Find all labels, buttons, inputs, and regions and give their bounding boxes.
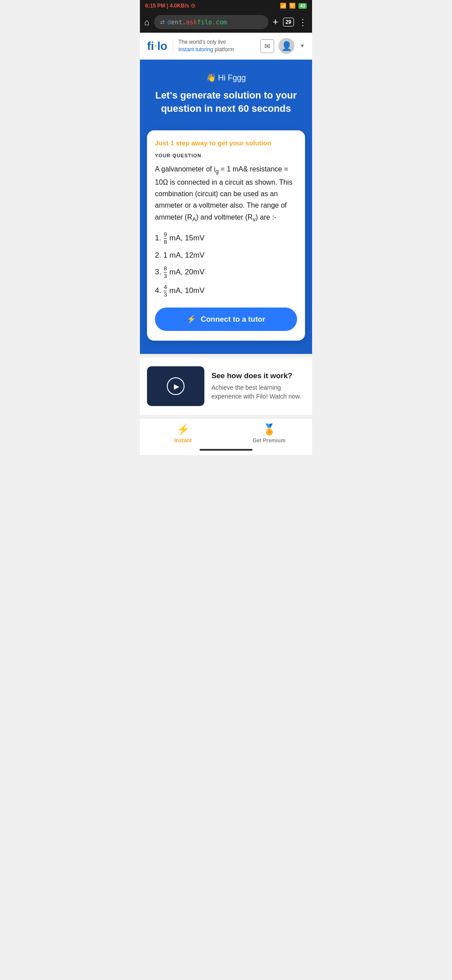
browser-menu-button[interactable]: ⋮: [298, 17, 308, 27]
premium-nav-label: Get Premium: [252, 437, 286, 444]
connect-button-label: Connect to a tutor: [201, 315, 265, 323]
option-2: 2. 1 mA, 12mV: [155, 250, 297, 261]
question-text: A galvanometer of ig = 1 mA& resistance …: [155, 163, 297, 224]
filo-logo: fi·lo: [147, 39, 173, 53]
video-description: Achieve the best learning experience wit…: [211, 383, 305, 401]
bottom-section-separator: [140, 415, 312, 418]
url-text: dent.askfilo.com: [167, 19, 227, 26]
fraction-4-3: 43: [164, 284, 167, 298]
header-icons: ✉ 👤 ▼: [260, 38, 305, 54]
new-tab-button[interactable]: +: [273, 16, 279, 28]
browser-home-icon[interactable]: ⌂: [144, 17, 150, 27]
signal-icon: 📶: [280, 3, 286, 9]
battery-icon: 43: [298, 3, 307, 9]
lock-icon: ⇄: [160, 19, 165, 25]
status-time-network: 6:15 PM | 4.0KB/s ⊙: [145, 3, 195, 9]
section-separator: [140, 354, 312, 357]
option-1: 1. 98 mA, 15mV: [155, 232, 297, 246]
wifi-icon: 🛜: [289, 3, 296, 9]
nav-item-instant[interactable]: ⚡ Instant: [140, 423, 226, 444]
connect-tutor-button[interactable]: ⚡ Connect to a tutor: [155, 308, 297, 331]
video-title: See how does it work?: [211, 372, 305, 380]
nav-item-premium[interactable]: 🏅 Get Premium: [226, 423, 312, 444]
chevron-down-icon[interactable]: ▼: [300, 43, 305, 49]
url-bar[interactable]: ⇄ dent.askfilo.com: [154, 15, 268, 29]
question-label: YOUR QUESTION: [155, 153, 297, 158]
app-header: fi·lo The world's only live instant tuto…: [140, 33, 312, 60]
home-bar: [200, 449, 252, 451]
video-info: See how does it work? Achieve the best l…: [211, 372, 305, 401]
bottom-nav: ⚡ Instant 🏅 Get Premium: [140, 418, 312, 446]
avatar[interactable]: 👤: [279, 38, 294, 54]
instant-nav-label: Instant: [174, 437, 192, 444]
video-section: ▶ See how does it work? Achieve the best…: [140, 357, 312, 415]
mail-button[interactable]: ✉: [260, 39, 274, 53]
question-card-wrapper: Just 1 step away to get your solution YO…: [140, 130, 312, 354]
premium-icon: 🏅: [263, 423, 276, 436]
option-3: 3. 83 mA, 20mV: [155, 266, 297, 280]
greeting-text: 👋 Hi Fggg: [149, 73, 303, 83]
browser-bar: ⌂ ⇄ dent.askfilo.com + 29 ⋮: [140, 11, 312, 33]
hero-section: 👋 Hi Fggg Let's generate solution to you…: [140, 60, 312, 130]
option-4: 4. 43 mA, 10mV: [155, 284, 297, 298]
play-button[interactable]: ▶: [167, 377, 185, 395]
video-thumbnail[interactable]: ▶: [147, 366, 204, 406]
tagline: The world's only live instant tutoring p…: [178, 38, 260, 53]
fraction-9-8: 98: [164, 232, 167, 246]
fraction-8-3: 83: [164, 266, 167, 280]
status-right-icons: 📶 🛜 43: [280, 3, 307, 9]
question-card: Just 1 step away to get your solution YO…: [147, 130, 305, 341]
step-label: Just 1 step away to get your solution: [155, 139, 297, 147]
options-list: 1. 98 mA, 15mV 2. 1 mA, 12mV 3. 83 mA, 2…: [155, 232, 297, 298]
instant-icon: ⚡: [177, 423, 190, 436]
hero-title: Let's generate solution to your question…: [149, 89, 303, 115]
instant-text: instant tutoring: [178, 46, 213, 53]
home-indicator: [140, 446, 312, 455]
status-bar: 6:15 PM | 4.0KB/s ⊙ 📶 🛜 43: [140, 0, 312, 11]
tab-count[interactable]: 29: [283, 18, 294, 27]
lightning-icon: ⚡: [187, 315, 196, 323]
browser-actions: + 29 ⋮: [273, 16, 308, 28]
